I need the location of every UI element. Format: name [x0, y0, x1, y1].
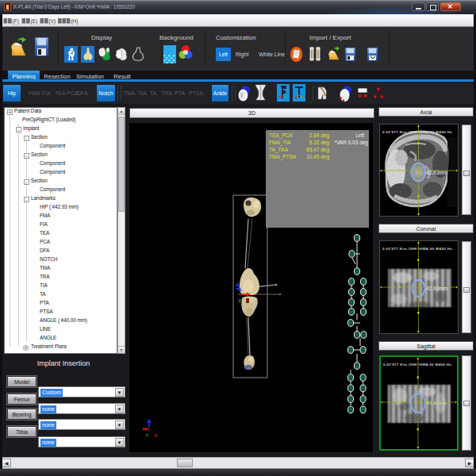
- svg-text:0.03'977 Kim OHK^HWA 00 W400 H: 0.03'977 Kim OHK^HWA 00 W400 Hn: [382, 130, 452, 134]
- svg-text:0.03'977 Kim OHK^HWA 00 W400 H: 0.03'977 Kim OHK^HWA 00 W400 Hn: [382, 247, 452, 251]
- svg-text:5.32 deg: 5.32 deg: [309, 140, 330, 146]
- svg-text:85.47 deg: 85.47 deg: [306, 147, 329, 153]
- svg-text:Right: Right: [236, 52, 248, 58]
- svg-text:42.93mm: 42.93mm: [426, 286, 447, 291]
- svg-text:(F): (F): [13, 18, 19, 25]
- svg-text:TEA_PCA: TEA_PCA: [269, 132, 293, 139]
- svg-text:Left: Left: [355, 132, 364, 138]
- svg-text:*VAR 6.03 deg: *VAR 6.03 deg: [334, 140, 368, 146]
- svg-text:2.84 deg: 2.84 deg: [309, 132, 330, 139]
- svg-text:42.93mm: 42.93mm: [427, 401, 447, 405]
- svg-text:TMA_PTSA: TMA_PTSA: [269, 154, 297, 160]
- svg-text:(E): (E): [31, 18, 38, 25]
- svg-text:White Line: White Line: [259, 52, 285, 57]
- svg-text:Left: Left: [219, 52, 228, 57]
- svg-text:X: X: [154, 433, 157, 438]
- svg-text:FMA_TIA: FMA_TIA: [269, 140, 291, 146]
- svg-text:42.93mm: 42.93mm: [426, 170, 447, 175]
- svg-text:0.03'977 Kim OHK^HWA 00 W400 H: 0.03'977 Kim OHK^HWA 00 W400 Hn: [383, 363, 451, 367]
- svg-text:(V): (V): [49, 18, 56, 25]
- svg-text:(H): (H): [71, 18, 78, 25]
- svg-text:10.45 deg: 10.45 deg: [306, 154, 329, 160]
- svg-text:Y: Y: [238, 298, 242, 304]
- svg-text:TA_TKA: TA_TKA: [269, 147, 289, 153]
- svg-text:Y: Y: [146, 433, 149, 438]
